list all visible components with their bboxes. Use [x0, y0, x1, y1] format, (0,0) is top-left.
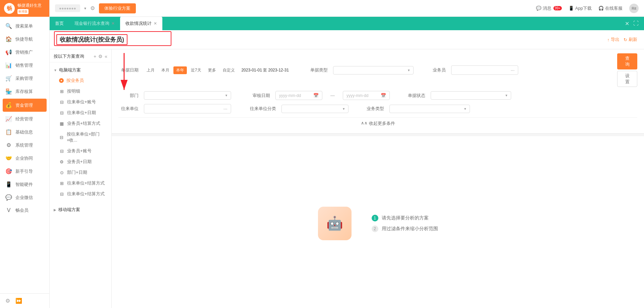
- sidebar: 畅 畅捷通好生意 标准版 🔍 搜索菜单 🏠 快捷导航 📢 营销推广 📊 销售管理…: [0, 0, 50, 308]
- date-tab-last-month[interactable]: 上月: [144, 66, 157, 74]
- date-separator: —: [330, 93, 335, 98]
- doc-type-label: 单据类型: [308, 67, 328, 73]
- sidebar-label-4: 采购管理: [15, 75, 33, 82]
- sidebar-icon-1: 🏠: [5, 36, 12, 42]
- sidebar-item-3[interactable]: 📊 销售管理: [0, 59, 49, 72]
- sidebar-label-12: 智能硬件: [15, 182, 33, 188]
- collapse-more-btn[interactable]: ∧∧ 收起更多条件: [118, 117, 637, 129]
- app-download-button[interactable]: 📱 App下载: [569, 5, 592, 11]
- counterparty-input[interactable]: ···: [144, 104, 231, 113]
- step-1-num: 1: [372, 215, 378, 221]
- sidebar-icon-4: 🛒: [5, 75, 12, 82]
- date-tab-7days[interactable]: 近7天: [188, 66, 204, 74]
- collapse-panel-icon[interactable]: «: [105, 54, 107, 59]
- scheme-item-dept-date[interactable]: ⊙ 部门+日期: [50, 167, 111, 178]
- sidebar-item-2[interactable]: 📢 营销推广: [0, 46, 49, 59]
- sidebar-item-7[interactable]: 📈 经营管理: [0, 112, 49, 125]
- counterparty-more-icon[interactable]: ···: [223, 106, 227, 111]
- sidebar-item-8[interactable]: 📋 基础信息: [0, 125, 49, 139]
- settings-scheme-icon[interactable]: ⚙: [98, 54, 103, 59]
- messages-button[interactable]: 💬 消息 99+: [536, 5, 562, 11]
- empty-step-2: 2 用过滤条件来缩小分析范围: [372, 225, 438, 232]
- sidebar-item-0[interactable]: 🔍 搜索菜单: [0, 19, 49, 33]
- mobile-scheme-toggle[interactable]: ▶ 移动端方案: [50, 205, 111, 215]
- desktop-scheme-toggle[interactable]: ▼ 电脑端方案: [50, 65, 111, 75]
- scheme-item-salesman[interactable]: ● 按业务员: [50, 75, 111, 86]
- online-service-button[interactable]: 🎧 在线客服: [598, 5, 623, 11]
- scheme-item-salesman-date[interactable]: ⚙ 业务员+日期: [50, 156, 111, 167]
- filter-area: 单据日期 上月 本月 本年 近7天 更多 自定义 2023-01-01 至 20…: [112, 49, 644, 134]
- empty-illustration: 🤖: [318, 207, 352, 240]
- sidebar-item-12[interactable]: 📱 智能硬件: [0, 178, 49, 191]
- sidebar-icon-9: ⚙: [5, 142, 12, 148]
- expand-footer-icon[interactable]: ⏩: [15, 298, 22, 304]
- review-date-start[interactable]: yyyy-mm-dd 📅: [275, 91, 322, 100]
- query-button[interactable]: 查询: [617, 53, 637, 69]
- date-tab-more[interactable]: 更多: [205, 66, 219, 74]
- scheme-item-unit-settle1[interactable]: ⊞ 往来单位+结算方式: [50, 178, 111, 189]
- sidebar-item-14[interactable]: V 畅会员: [0, 204, 49, 217]
- tab-receipts[interactable]: 收款情况统计 ✕: [120, 17, 162, 30]
- business-type-select[interactable]: ▾: [389, 105, 470, 113]
- salesman-more-icon[interactable]: ···: [511, 67, 515, 73]
- sidebar-item-1[interactable]: 🏠 快捷导航: [0, 33, 49, 46]
- topbar-right: 💬 消息 99+ 📱 App下载 🎧 在线客服 Rit: [536, 4, 639, 13]
- date-tabs: 上月 本月 本年 近7天 更多 自定义 2023-01-01 至 2023-12…: [144, 66, 289, 74]
- logo-text: 畅捷通好生意 标准版: [17, 3, 42, 14]
- salesman-input[interactable]: ···: [451, 65, 518, 75]
- sidebar-footer: ⚙ ⏩: [0, 293, 49, 308]
- review-date-end-icon: 📅: [381, 93, 386, 98]
- review-date-end[interactable]: yyyy-mm-dd 📅: [343, 91, 390, 100]
- app-logo: 畅 畅捷通好生意 标准版: [0, 0, 49, 17]
- user-avatar[interactable]: Rit: [629, 4, 639, 13]
- settings-footer-icon[interactable]: ⚙: [5, 298, 10, 304]
- topbar-settings-icon[interactable]: ⚙: [90, 5, 95, 11]
- sidebar-item-6[interactable]: 💰 资金管理: [3, 99, 47, 112]
- tab-home[interactable]: 首页: [50, 17, 69, 30]
- refresh-button[interactable]: ↻ 刷新: [624, 37, 637, 43]
- export-button[interactable]: ↑ 导出: [607, 37, 620, 43]
- topbar-dropdown-icon[interactable]: ▾: [84, 6, 86, 11]
- sidebar-icon-0: 🔍: [5, 23, 12, 29]
- scheme-item-unit-settle2[interactable]: ⊟ 往来单位+结算方式: [50, 189, 111, 199]
- add-scheme-icon[interactable]: +: [94, 54, 96, 59]
- window-close-icon[interactable]: ✕: [625, 20, 629, 27]
- unit-account-icon: ⊟: [59, 100, 64, 105]
- tab-bank-close[interactable]: ✕: [111, 21, 115, 26]
- trial-button[interactable]: 体验行业方案: [99, 3, 136, 13]
- date-tab-custom[interactable]: 自定义: [220, 66, 237, 74]
- tab-bank[interactable]: 现金银行流水查询 ✕: [69, 17, 120, 30]
- counterparty-category-label: 往来单位分类: [250, 106, 276, 112]
- doc-type-select[interactable]: ▾: [333, 66, 414, 74]
- mobile-toggle-icon: ▶: [54, 208, 56, 212]
- content-body: 按以下方案查询 + ⚙ « ▼ 电脑端方案 ● 按业务员 ⊞: [50, 49, 644, 308]
- filter-settings-button[interactable]: 设置: [617, 71, 637, 87]
- sidebar-item-4[interactable]: 🛒 采购管理: [0, 72, 49, 85]
- sidebar-item-10[interactable]: 🤝 企业协同: [0, 152, 49, 165]
- sidebar-item-11[interactable]: 🎯 新手引导: [0, 165, 49, 178]
- unit-date-icon: ⊟: [59, 110, 64, 115]
- empty-step-1: 1 请先选择要分析的方案: [372, 215, 438, 221]
- export-icon: ↑: [607, 37, 610, 42]
- scheme-item-salesman-account[interactable]: ⊟ 业务员+账号: [50, 146, 111, 156]
- tab-receipts-close[interactable]: ✕: [154, 21, 157, 26]
- sidebar-item-5[interactable]: 🏪 库存核算: [0, 85, 49, 98]
- sidebar-item-9[interactable]: ⚙ 系统管理: [0, 139, 49, 152]
- sidebar-item-13[interactable]: 💬 企业微信: [0, 191, 49, 204]
- scheme-item-unit-date[interactable]: ⊟ 往来单位+日期: [50, 107, 111, 118]
- counterparty-category-select[interactable]: ▾: [281, 105, 348, 113]
- scheme-item-unit-account[interactable]: ⊟ 往来单位+账号: [50, 97, 111, 107]
- salesman-date-icon: ⚙: [59, 159, 64, 164]
- date-tab-this-year[interactable]: 本年: [173, 66, 187, 74]
- salesman-account-icon: ⊟: [59, 149, 64, 154]
- scheme-item-unit-dept[interactable]: ⊟ 按往来单位+部门+收...: [50, 129, 111, 146]
- window-expand-icon[interactable]: ⛶: [633, 20, 639, 27]
- unit-dept-icon: ⊟: [59, 135, 64, 140]
- date-tab-this-month[interactable]: 本月: [159, 66, 172, 74]
- scheme-item-salesman-settlement[interactable]: ▦ 业务员+结算方式: [50, 118, 111, 129]
- dept-select[interactable]: ▾: [144, 91, 231, 100]
- scheme-item-detail[interactable]: ⊞ 按明细: [50, 86, 111, 97]
- tabs-bar: 首页 现金银行流水查询 ✕ 收款情况统计 ✕ ✕ ⛶: [50, 17, 644, 30]
- doc-status-select[interactable]: ▾: [431, 91, 511, 100]
- topbar-breadcrumb: ●●●●●●●: [55, 4, 80, 12]
